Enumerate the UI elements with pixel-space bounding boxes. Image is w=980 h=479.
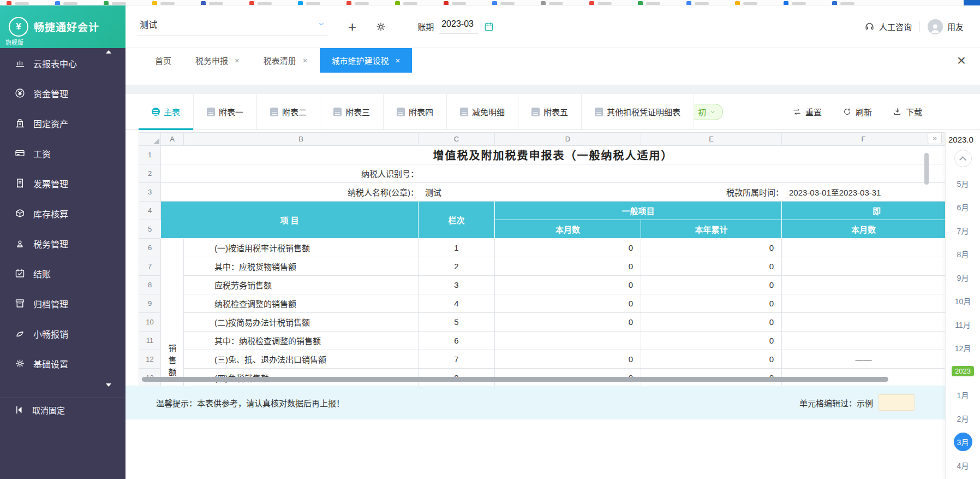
workspace-tab[interactable]: 税务申报 × [183,48,252,73]
ytd-value-cell[interactable]: 0 [641,239,782,257]
row-header[interactable]: 1 [139,146,161,164]
line-no-cell[interactable]: 6 [419,332,495,350]
sidebar-item[interactable]: 小畅报销 [0,318,126,348]
month-item[interactable]: 3月 [946,430,980,453]
support-button[interactable]: 人工咨询 [864,21,912,32]
item-name-cell[interactable]: (二)按简易办法计税销售额 [184,313,419,332]
refund-value-cell[interactable]: —— [782,350,946,369]
workspace-tab[interactable]: 首页 × [143,48,183,73]
bookmark-item[interactable] [298,1,320,5]
sheet-tab[interactable]: 主表 [139,94,194,129]
header-lineno-cell[interactable]: 栏次 [419,202,495,239]
item-name-cell[interactable]: 其中：纳税检查调整的销售额 [184,332,419,350]
month-item[interactable]: 8月 [946,242,980,265]
month-item[interactable]: 12月 [946,336,980,359]
sidebar-item[interactable]: 工资 [0,138,126,168]
column-header[interactable]: D [495,133,641,146]
ytd-value-cell[interactable]: 0 [641,313,782,332]
bookmark-item[interactable] [492,1,515,5]
month-value-cell[interactable]: 0 [495,239,641,257]
ytd-value-cell[interactable]: 0 [641,257,782,276]
workspace-tab[interactable]: 税表清册 × [252,48,320,73]
company-select[interactable]: 测试 [138,17,328,36]
calendar-icon[interactable] [483,21,494,32]
refund-value-cell[interactable] [782,239,946,257]
line-no-cell[interactable]: 7 [419,350,495,369]
row-header[interactable]: 7 [139,257,161,276]
header-item-cell[interactable]: 项 目 [161,202,419,239]
row-header[interactable]: 11 [139,332,161,350]
bookmark-item[interactable] [784,1,806,5]
row-header[interactable]: 8 [139,276,161,294]
bookmark-item[interactable] [589,1,612,5]
item-name-cell[interactable]: 其中：应税货物销售额 [184,257,419,276]
period-select[interactable]: 2023-03 [439,19,478,34]
line-no-cell[interactable]: 5 [419,313,495,332]
month-item[interactable]: 10月 [946,289,980,312]
sheet-tab[interactable]: 减免明细 [447,94,518,129]
form-title-cell[interactable]: 增值税及附加税费申报表（一般纳税人适用） [161,146,946,164]
month-item[interactable]: 2023 [946,359,980,383]
tab-close-icon[interactable]: × [396,56,401,65]
row-header[interactable]: 2 [139,164,161,183]
row-header[interactable]: 12 [139,350,161,369]
ytd-value-cell[interactable]: 0 [641,332,782,350]
line-no-cell[interactable]: 4 [419,294,495,313]
sidebar-scroll-down[interactable] [106,383,111,387]
month-item[interactable]: 9月 [946,265,980,289]
refund-value-cell[interactable] [782,257,946,276]
month-item[interactable]: 2月 [946,406,980,430]
column-header[interactable]: F [782,133,946,146]
month-value-cell[interactable]: 0 [495,276,641,294]
settings-gear-button[interactable] [375,21,387,33]
sidebar-item[interactable]: 基础设置 [0,348,126,379]
month-item[interactable]: 1月 [946,383,980,406]
row-header[interactable]: 4 [139,202,161,220]
line-no-cell[interactable]: 1 [419,239,495,257]
sidebar-item[interactable]: 结账 [0,258,126,288]
collapse-panel-button[interactable]: » [928,132,942,144]
user-menu[interactable]: 用友 [928,19,964,34]
download-button[interactable]: 下载 [893,106,922,117]
tab-close-icon[interactable]: × [235,56,240,65]
workspace-tab[interactable]: 城市维护建设税 × [320,48,413,73]
sheet-tab[interactable]: 附表五 [518,94,582,129]
item-name-cell[interactable]: (三)免、抵、退办法出口销售额 [184,350,419,369]
header-month-cell[interactable]: 本月数 [495,220,641,239]
bookmark-item[interactable] [541,1,563,5]
sidebar-item[interactable]: 固定资产 [0,108,126,138]
header-month2-cell[interactable]: 本月数 [782,220,946,239]
select-all-corner[interactable] [139,133,161,146]
line-no-cell[interactable]: 2 [419,257,495,276]
row-header[interactable]: 3 [139,183,161,202]
sheet-tab[interactable]: 其他扣税凭证明细表 [582,94,694,129]
unpin-sidebar-button[interactable]: 取消固定 [0,398,126,422]
bookmark-item[interactable] [395,1,417,5]
month-item[interactable]: 4月 [946,453,980,477]
taxpayer-id-cell[interactable]: 纳税人识别号： [161,164,946,183]
bookmark-item[interactable] [832,1,854,5]
add-account-set-button[interactable]: + [348,20,356,34]
reset-button[interactable]: 重置 [792,106,822,117]
tab-close-icon[interactable]: × [303,56,308,65]
sheet-tab[interactable]: 附表三 [320,94,384,129]
item-name-cell[interactable]: 应税劳务销售额 [184,276,419,294]
item-name-cell[interactable]: (一)按适用税率计税销售额 [184,239,419,257]
row-header[interactable]: 6 [139,239,161,257]
bookmark-item[interactable] [249,1,272,5]
timeline-scroll-up-button[interactable] [954,150,972,167]
sheet-tab[interactable]: 附表一 [194,94,257,129]
column-header[interactable]: A [161,133,184,146]
column-header[interactable]: E [641,133,782,146]
item-name-cell[interactable]: 纳税检查调整的销售额 [184,294,419,313]
month-value-cell[interactable] [495,332,641,350]
sidebar-item[interactable]: 税务管理 [0,228,126,258]
header-refund-cell[interactable]: 即 [782,202,946,220]
sidebar-item[interactable]: 资金管理 [0,78,126,108]
row-header[interactable]: 5 [139,220,161,239]
ytd-value-cell[interactable]: 0 [641,350,782,369]
bookmark-item[interactable] [686,1,709,5]
header-ytd-cell[interactable]: 本年累计 [641,220,782,239]
bookmark-item[interactable] [201,1,223,5]
close-page-button[interactable]: × [957,51,966,70]
